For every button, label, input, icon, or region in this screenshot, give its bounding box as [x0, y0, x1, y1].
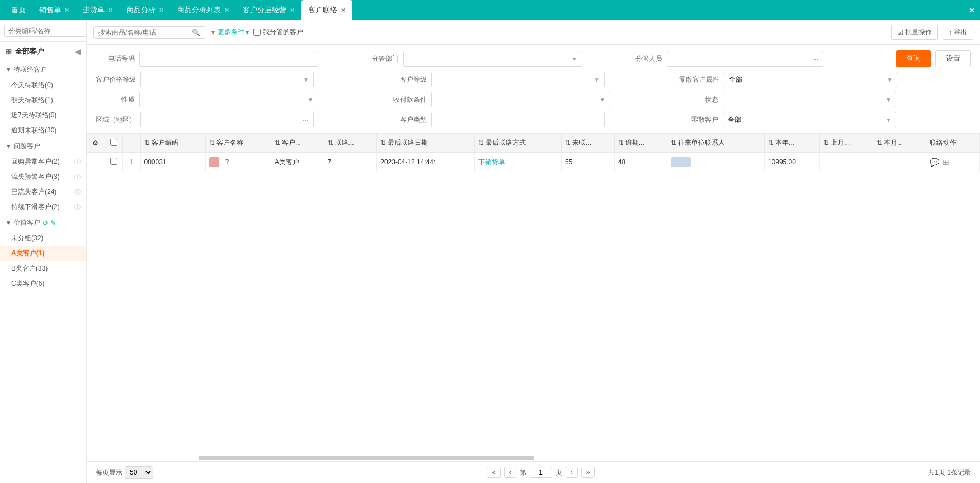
tab-product-analysis-list[interactable]: 商品分析列表 ✕	[171, 0, 236, 20]
batch-operation-button[interactable]: ☑ 批量操作	[891, 25, 938, 40]
tab-purchase-order[interactable]: 进货单 ✕	[76, 0, 120, 20]
dots-icon[interactable]: ···	[812, 54, 819, 63]
info-icon-2[interactable]: ⓘ	[74, 173, 81, 181]
row-checkbox[interactable]	[110, 158, 117, 165]
th-this-month: ⇅ 本月...	[873, 134, 926, 153]
sidebar-item-class-c[interactable]: C类客户(6)	[0, 276, 86, 291]
sidebar-item-today-pending[interactable]: 今天待联络(0)	[0, 78, 86, 93]
sidebar-section-pending[interactable]: ▼ 待联络客户	[0, 61, 86, 78]
page-number-input[interactable]	[530, 467, 552, 478]
sidebar-item-churned[interactable]: 已流失客户(24) ⓘ	[0, 184, 86, 200]
my-customers-checkbox[interactable]	[253, 29, 261, 36]
prev-page-button[interactable]: ‹	[504, 467, 516, 478]
settings-button[interactable]: 设置	[935, 50, 971, 67]
nature-select[interactable]: ▼	[139, 92, 318, 107]
home-tab[interactable]: 首页	[4, 0, 32, 20]
retail-attr-select[interactable]: 全部 ▼	[724, 72, 897, 87]
page-label: 第	[520, 468, 526, 477]
close-product-analysis-list-icon[interactable]: ✕	[224, 7, 229, 14]
tab-customer-contact[interactable]: 客户联络 ✕	[301, 0, 352, 20]
sidebar-item-class-b[interactable]: B类客户(33)	[0, 261, 86, 276]
price-grade-label: 客户价格等级	[96, 75, 136, 84]
info-icon-1[interactable]: ⓘ	[74, 158, 81, 166]
dept-select[interactable]: ▼	[403, 51, 582, 67]
sidebar-search-input[interactable]	[4, 25, 87, 37]
sidebar-item-declining[interactable]: 持续下滑客户(2) ⓘ	[0, 200, 86, 215]
select-all-checkbox[interactable]	[110, 139, 117, 146]
payment-select[interactable]: ▼	[431, 92, 610, 107]
sidebar-collapse-icon[interactable]: ◀	[75, 48, 81, 56]
my-customers-checkbox-label[interactable]: 我分管的客户	[253, 27, 303, 37]
region-dots-icon[interactable]: ···	[302, 115, 309, 124]
th-lcd-sort-icon[interactable]: ⇅	[380, 139, 386, 147]
filter-search-icon[interactable]: 🔍	[192, 29, 200, 36]
sidebar-section-value[interactable]: ▼ 价值客户 ↺ ✎	[0, 215, 86, 231]
phone-input[interactable]	[139, 51, 318, 67]
page-size-selector: 每页显示 50 100 200	[96, 466, 153, 479]
export-button[interactable]: ↑ 导出	[943, 25, 973, 40]
sidebar-item-repurchase-abnormal[interactable]: 回购异常客户(2) ⓘ	[0, 154, 86, 169]
close-product-analysis-icon[interactable]: ✕	[159, 7, 164, 14]
price-grade-select[interactable]: ▼	[140, 72, 314, 87]
retail-attr-label: 零散客户属性	[679, 75, 719, 84]
last-page-button[interactable]: »	[581, 467, 595, 478]
contact-method-link[interactable]: 下销货单	[478, 158, 505, 166]
info-icon-4[interactable]: ⓘ	[74, 203, 81, 211]
close-purchase-order-icon[interactable]: ✕	[108, 7, 113, 14]
message-icon[interactable]: 💬	[930, 158, 939, 167]
th-tm-sort-icon[interactable]: ⇅	[877, 139, 882, 147]
region-select[interactable]: ···	[140, 112, 314, 127]
filter-search-input[interactable]	[98, 29, 192, 36]
sidebar-all-customers[interactable]: ⊞ 全部客户 ◀	[0, 42, 86, 61]
sidebar-item-7day-pending[interactable]: 近7天待联络(0)	[0, 108, 86, 123]
customer-type-input[interactable]	[431, 112, 605, 127]
close-sales-order-icon[interactable]: ✕	[64, 7, 69, 14]
th-lm-sort-icon[interactable]: ⇅	[823, 139, 829, 147]
th-nc-sort-icon[interactable]: ⇅	[565, 139, 571, 147]
row-this-month	[873, 153, 926, 172]
th-type-sort-icon[interactable]: ⇅	[275, 139, 280, 147]
arrow-down-icon3: ▼	[6, 220, 11, 226]
th-od-sort-icon[interactable]: ⇅	[618, 139, 624, 147]
tab-sales-order[interactable]: 销售单 ✕	[32, 0, 76, 20]
th-lcm-sort-icon[interactable]: ⇅	[478, 139, 484, 147]
close-customer-contact-icon[interactable]: ✕	[341, 7, 346, 14]
filter-bar: 🔍 ▼ 更多条件 ▾ 我分管的客户 ☑ 批量操作 ↑ 导出	[87, 20, 980, 45]
th-code-sort-icon[interactable]: ⇅	[144, 139, 150, 147]
close-all-tabs-icon[interactable]: ✕	[968, 5, 976, 16]
scroll-thumb[interactable]	[199, 456, 534, 460]
export-icon: ↑	[949, 29, 952, 36]
info-icon-3[interactable]: ⓘ	[74, 188, 81, 196]
sidebar-item-class-a[interactable]: A类客户(1)	[0, 246, 86, 261]
tab-product-analysis[interactable]: 商品分析 ✕	[120, 0, 171, 20]
status-select[interactable]: ▼	[723, 92, 896, 107]
th-ty-sort-icon[interactable]: ⇅	[768, 139, 774, 147]
th-contact-sort-icon[interactable]: ⇅	[328, 139, 333, 147]
sidebar-section-problem[interactable]: ▼ 问题客户	[0, 138, 86, 154]
page-size-select[interactable]: 50 100 200	[125, 466, 153, 479]
first-page-button[interactable]: «	[487, 467, 501, 478]
sidebar-item-ungrouped[interactable]: 未分组(32)	[0, 231, 86, 246]
retail-customer-select[interactable]: 全部 ▼	[723, 112, 896, 127]
customer-grade-select[interactable]: ▼	[431, 72, 605, 87]
action-icons-group: 💬 ⊞	[930, 158, 976, 167]
sidebar-item-tomorrow-pending[interactable]: 明天待联络(1)	[0, 93, 86, 108]
arrow-down-icon2: ▼	[6, 143, 11, 149]
sidebar-item-overdue-contact[interactable]: 逾期未联络(30)	[0, 123, 86, 138]
refresh-icon[interactable]: ↺	[43, 219, 48, 227]
th-name-sort-icon[interactable]: ⇅	[209, 139, 215, 147]
tab-customer-tier[interactable]: 客户分层经营 ✕	[236, 0, 301, 20]
next-page-button[interactable]: ›	[566, 467, 578, 478]
horizontal-scrollbar[interactable]	[87, 454, 980, 461]
gear-settings-icon[interactable]: ⚙	[92, 139, 98, 147]
qrcode-icon[interactable]: ⊞	[943, 158, 949, 167]
filter-search-box[interactable]: 🔍	[93, 26, 205, 39]
close-customer-tier-icon[interactable]: ✕	[290, 7, 295, 14]
person-select[interactable]: ···	[667, 51, 823, 67]
more-filters-button[interactable]: ▼ 更多条件 ▾	[210, 27, 249, 37]
th-uc-sort-icon[interactable]: ⇅	[671, 139, 676, 147]
query-button[interactable]: 查询	[896, 50, 931, 67]
th-num	[123, 134, 140, 153]
edit-icon[interactable]: ✎	[50, 219, 56, 227]
sidebar-item-churn-warning[interactable]: 流失预警客户(3) ⓘ	[0, 169, 86, 184]
